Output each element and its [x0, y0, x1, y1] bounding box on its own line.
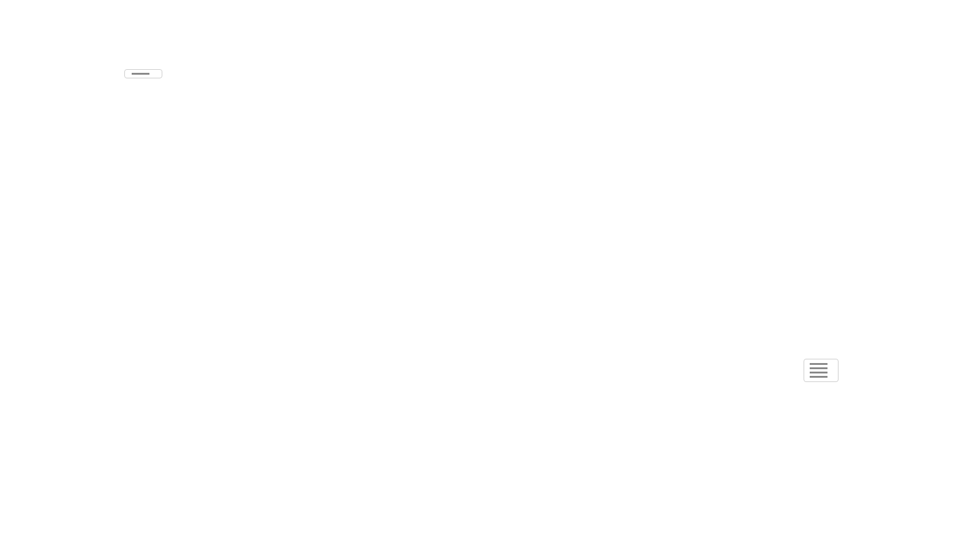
rsi-legend: [804, 359, 839, 382]
rsi-legend-item: [810, 367, 832, 369]
rsi-legend-item: [810, 376, 832, 378]
rsi42-legend-swatch: [810, 376, 827, 378]
chart-canvas: [0, 0, 980, 551]
close-legend: [124, 69, 162, 78]
rsi-legend-item: [810, 372, 832, 373]
rsi14-legend-swatch: [810, 367, 827, 369]
close-legend-swatch: [132, 73, 149, 75]
rsi9-legend-swatch: [810, 363, 827, 365]
figure: [0, 0, 980, 551]
rsi22-legend-swatch: [810, 372, 827, 373]
rsi-legend-item: [810, 363, 832, 365]
